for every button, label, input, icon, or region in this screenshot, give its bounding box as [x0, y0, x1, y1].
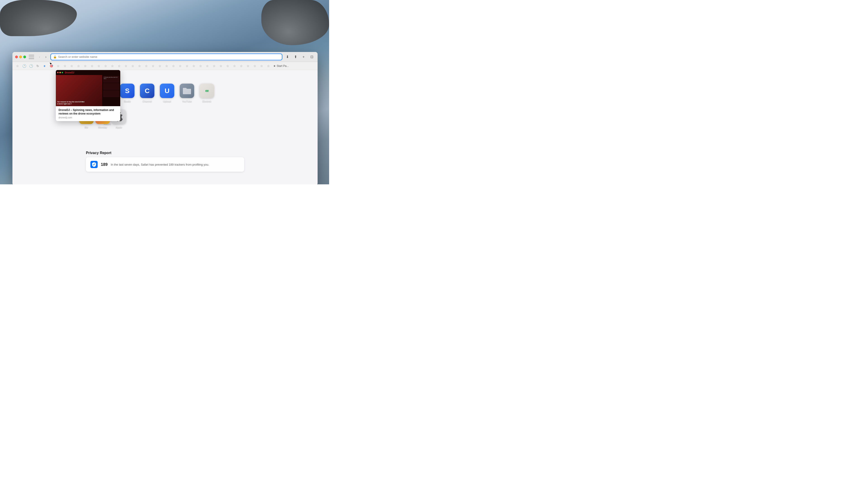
bookmark-27[interactable]: ☆ — [218, 63, 224, 69]
browser-content: DroneDJ Ten reasons to buy the new DJI M… — [12, 70, 318, 184]
privacy-title: Privacy Report — [86, 151, 244, 155]
popup-preview: DroneDJ Ten reasons to buy the new DJI M… — [56, 70, 120, 106]
bookmark-4[interactable]: ☆ — [62, 63, 68, 69]
favorite-studio-icon: S — [120, 84, 134, 98]
bookmark-17[interactable]: ☆ — [150, 63, 156, 69]
bookmark-edge[interactable]: e — [41, 63, 48, 69]
preview-side-item-1: A Rookie pilot flies both DJI Minis — [103, 76, 119, 83]
preview-headline2: 2 drone right now + — [57, 103, 101, 105]
popup-info: DroneDJ – Spinning news, information and… — [56, 106, 120, 121]
share-button[interactable]: ⬆ — [292, 54, 299, 60]
privacy-count: 189 — [101, 162, 107, 167]
back-button[interactable]: ‹ — [37, 54, 42, 60]
favorite-studio-label: Studio — [124, 100, 131, 103]
start-page-button[interactable]: ★ Start Pa... — [272, 63, 290, 69]
bookmark-30[interactable]: ☆ — [238, 63, 244, 69]
bookmark-dronedj-active[interactable]: 🎯 — [48, 63, 55, 69]
favorite-channel-label: Channel — [143, 100, 152, 103]
favorite-youtube-label: YouTube — [182, 100, 192, 103]
title-bar: ‹ › 🔒 ⬇ ⬆ + ⊡ — [12, 52, 318, 62]
bookmark-10[interactable]: ☆ — [102, 63, 109, 69]
preview-side-item-2 — [103, 83, 119, 90]
preview-dot-yellow — [59, 72, 61, 73]
preview-headline: Ten reasons to buy the new DJI Mini — [57, 101, 101, 103]
favorite-apple-label: Apple — [116, 126, 122, 129]
tab-overview-button[interactable]: ⊡ — [309, 54, 315, 60]
close-button[interactable] — [15, 56, 18, 58]
bookmark-6[interactable]: ☆ — [75, 63, 82, 69]
download-button[interactable]: ⬇ — [284, 54, 290, 60]
bookmark-15[interactable]: ☆ — [136, 63, 143, 69]
favorite-electrek[interactable]: ee Electrek — [198, 84, 216, 103]
bookmark-refresh[interactable]: ↻ — [35, 63, 41, 69]
bookmark-33[interactable]: ☆ — [258, 63, 265, 69]
privacy-card[interactable]: 189 In the last seven days, Safari has p… — [86, 157, 244, 172]
lock-icon: 🔒 — [53, 55, 57, 59]
minimize-button[interactable] — [19, 56, 22, 58]
favorite-youtube-icon — [180, 84, 194, 98]
bookmark-11[interactable]: ☆ — [109, 63, 116, 69]
favorite-upload-icon: U — [160, 84, 174, 98]
toolbar-actions: ⬇ ⬆ + ⊡ — [284, 54, 315, 60]
bookmark-24[interactable]: ☆ — [197, 63, 204, 69]
bookmark-23[interactable]: ☆ — [191, 63, 197, 69]
popup-url: dronedj.com — [59, 116, 118, 119]
bookmark-29[interactable]: ☆ — [231, 63, 238, 69]
bookmark-3[interactable]: ☆ — [55, 63, 61, 69]
bookmark-28[interactable]: ☆ — [224, 63, 231, 69]
privacy-text: In the last seven days, Safari has preve… — [111, 163, 209, 166]
bookmark-26[interactable]: ☆ — [211, 63, 217, 69]
preview-side-item-3 — [103, 90, 119, 97]
bookmarks-bar: ☆ 🕐 🕐 ↻ e 🎯 ☆ ☆ ☆ ☆ ☆ ☆ ☆ ☆ ☆ ☆ ☆ ☆ ☆ ☆ … — [12, 62, 318, 70]
address-bar-container: 🔒 — [51, 54, 282, 60]
bookmark-14[interactable]: ☆ — [129, 63, 136, 69]
favorite-electrek-label: Electrek — [202, 100, 211, 103]
bookmark-25[interactable]: ☆ — [204, 63, 211, 69]
bookmark-13[interactable]: ☆ — [123, 63, 129, 69]
bookmark-22[interactable]: ☆ — [184, 63, 190, 69]
dronedj-popup: DroneDJ Ten reasons to buy the new DJI M… — [56, 70, 120, 121]
bookmark-34[interactable]: ☆ — [265, 63, 272, 69]
safari-browser-window: ‹ › 🔒 ⬇ ⬆ + ⊡ ☆ 🕐 🕐 ↻ e 🎯 — [12, 52, 318, 184]
privacy-shield-icon — [90, 161, 98, 168]
bookmark-31[interactable]: ☆ — [245, 63, 251, 69]
bookmark-18[interactable]: ☆ — [157, 63, 163, 69]
preview-side: A Rookie pilot flies both DJI Minis — [102, 75, 120, 106]
rock-decoration-right — [261, 0, 329, 45]
favorite-upload[interactable]: U Upload — [158, 84, 176, 103]
preview-content: Ten reasons to buy the new DJI Mini 2 dr… — [56, 75, 120, 106]
popup-title: DroneDJ – Spinning news, information and… — [59, 108, 118, 116]
address-bar-input[interactable] — [58, 55, 280, 59]
bookmark-history-1[interactable]: 🕐 — [21, 63, 27, 69]
privacy-section: Privacy Report 189 In the last seven day… — [86, 151, 244, 172]
preview-logo: DroneDJ — [65, 71, 74, 74]
bookmark-32[interactable]: ☆ — [252, 63, 258, 69]
bookmark-16[interactable]: ☆ — [143, 63, 149, 69]
bookmark-19[interactable]: ☆ — [163, 63, 170, 69]
bookmark-8[interactable]: ☆ — [89, 63, 95, 69]
bookmark-7[interactable]: ☆ — [82, 63, 88, 69]
favorite-youtube[interactable]: YouTube — [178, 84, 196, 103]
preview-main: Ten reasons to buy the new DJI Mini 2 dr… — [56, 75, 102, 106]
favorite-channel[interactable]: C Channel — [138, 84, 156, 103]
bookmark-history-2[interactable]: 🕐 — [28, 63, 34, 69]
preview-dot-green — [62, 72, 63, 73]
preview-dot-red — [57, 72, 59, 73]
maximize-button[interactable] — [23, 56, 26, 58]
favorite-channel-icon: C — [140, 84, 154, 98]
favorite-monday-label: Monday — [98, 126, 107, 129]
forward-button[interactable]: › — [43, 54, 49, 60]
new-tab-button[interactable]: + — [301, 54, 307, 60]
traffic-lights — [15, 56, 26, 58]
bookmark-12[interactable]: ☆ — [116, 63, 122, 69]
preview-header: DroneDJ — [56, 70, 120, 75]
bookmark-21[interactable]: ☆ — [177, 63, 183, 69]
bookmark-9[interactable]: ☆ — [96, 63, 102, 69]
bookmark-home[interactable]: ☆ — [14, 63, 21, 69]
bookmark-20[interactable]: ☆ — [170, 63, 177, 69]
sidebar-toggle-button[interactable] — [29, 55, 34, 59]
bookmark-5[interactable]: ☆ — [68, 63, 75, 69]
navigation-buttons: ‹ › — [37, 54, 49, 60]
favorite-studio[interactable]: S Studio — [118, 84, 136, 103]
favorite-biz-label: Biz — [85, 126, 88, 129]
